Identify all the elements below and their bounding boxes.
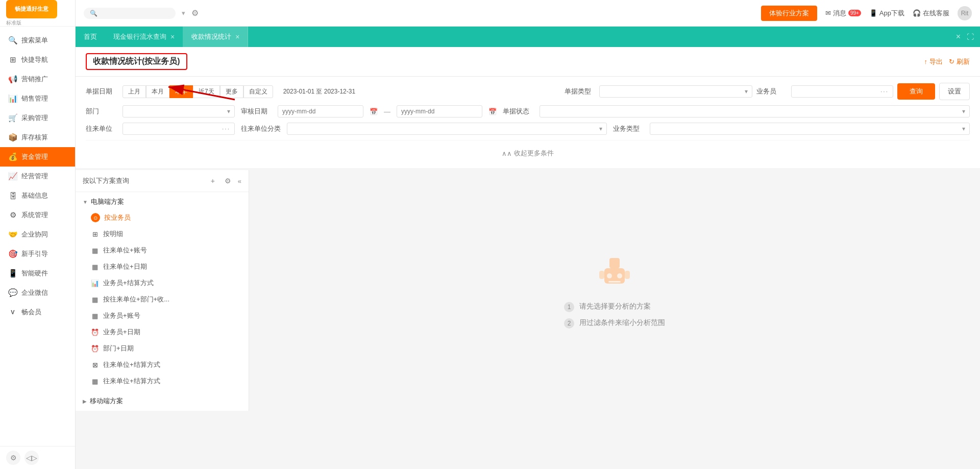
staff-date-icon: ⏰ xyxy=(91,328,99,336)
member-icon: V xyxy=(8,308,17,317)
window-close-btn[interactable]: × xyxy=(956,32,961,41)
scheme-item-staff-date[interactable]: ⏰ 业务员+日期 xyxy=(76,324,249,340)
biz-type-select[interactable]: ▾ xyxy=(650,123,970,135)
topbar-settings-icon[interactable]: ⚙ xyxy=(191,8,199,18)
dept-chevron: ▾ xyxy=(227,108,230,115)
sidebar-item-wechat[interactable]: 💬 企业微信 xyxy=(0,283,75,302)
type-select[interactable]: ▾ xyxy=(599,85,752,98)
date-tab-custom[interactable]: 自定义 xyxy=(243,85,273,98)
dept-select[interactable]: ▾ xyxy=(122,105,235,118)
sidebar-item-label: 营销推广 xyxy=(21,75,48,84)
review-date-label: 审核日期 xyxy=(241,107,272,116)
tab-home[interactable]: 首页 xyxy=(76,27,105,47)
sidebar-item-marketing[interactable]: 📢 营销推广 xyxy=(0,69,75,89)
sidebar-item-quick-nav[interactable]: ⊞ 快捷导航 xyxy=(0,50,75,69)
sidebar-item-purchase[interactable]: 🛒 采购管理 xyxy=(0,108,75,128)
partner-dots[interactable]: ··· xyxy=(222,125,230,132)
wechat-icon: 💬 xyxy=(8,288,17,297)
date-tab-this-year[interactable]: 本年 xyxy=(169,85,193,98)
sidebar-item-label: 经营管理 xyxy=(21,172,48,181)
staff-settlement-icon: 📊 xyxy=(91,279,99,287)
review-date-start[interactable] xyxy=(278,105,363,118)
partner-select[interactable]: ··· xyxy=(122,123,235,135)
sidebar: 畅捷通好生意 标准版 🔍 搜索菜单 ⊞ 快捷导航 📢 营销推广 📊 销售管理 🛒… xyxy=(0,0,76,469)
sidebar-item-sales[interactable]: 📊 销售管理 xyxy=(0,89,75,108)
scheme-item-label: 往来单位+账号 xyxy=(103,246,147,255)
scheme-item-partner-settlement1[interactable]: ⊠ 往来单位+结算方式 xyxy=(76,357,249,373)
page-title: 收款情况统计(按业务员) xyxy=(93,56,180,67)
partner-category-select[interactable]: ▾ xyxy=(287,123,607,135)
tab-window-controls: × ⛶ xyxy=(950,27,980,47)
scheme-panel-header: 按以下方案查询 + ⚙ « xyxy=(76,170,249,192)
sidebar-item-system[interactable]: ⚙ 系统管理 xyxy=(0,205,75,225)
logo-area: 畅捷通好生意 标准版 xyxy=(0,0,75,27)
tabbar: 首页 现金银行流水查询 × 收款情况统计 × × ⛶ xyxy=(76,27,980,47)
sidebar-item-finance[interactable]: 💰 资金管理 xyxy=(0,147,75,167)
refresh-btn[interactable]: ↻ 刷新 xyxy=(949,57,970,66)
settings-bottom-btn[interactable]: ⚙ xyxy=(6,451,20,465)
collapse-sidebar-btn[interactable]: ◁▷ xyxy=(24,451,39,465)
topbar-dropdown-arrow[interactable]: ▾ xyxy=(182,9,185,17)
sidebar-item-label: 资金管理 xyxy=(21,152,48,161)
finance-icon: 💰 xyxy=(8,152,17,161)
scheme-item-partner-account[interactable]: ▦ 往来单位+账号 xyxy=(76,242,249,259)
type-chevron: ▾ xyxy=(745,88,748,95)
scheme-item-partner-dept[interactable]: ▦ 按往来单位+部门+收... xyxy=(76,291,249,308)
calendar-start-icon[interactable]: 📅 xyxy=(370,108,378,115)
user-avatar[interactable]: Rit xyxy=(958,6,972,20)
scheme-item-by-staff[interactable]: ⊙ 按业务员 xyxy=(76,209,249,226)
tab-bank-flow[interactable]: 现金银行流水查询 × xyxy=(105,27,183,47)
sidebar-item-guide[interactable]: 🎯 新手引导 xyxy=(0,244,75,264)
partner-settlement1-icon: ⊠ xyxy=(91,361,99,369)
export-btn[interactable]: ↑ 导出 xyxy=(924,57,943,66)
scheme-desktop-group-header[interactable]: ▼ 电脑端方案 xyxy=(76,194,249,209)
scheme-item-by-detail[interactable]: ⊞ 按明细 xyxy=(76,226,249,242)
sidebar-item-label: 新手引导 xyxy=(21,249,48,259)
scheme-settings-btn[interactable]: ⚙ xyxy=(223,175,234,186)
scheme-mobile-group-header[interactable]: ▶ 移动端方案 xyxy=(76,393,249,409)
doc-status-select[interactable]: ▾ xyxy=(540,105,970,118)
message-btn[interactable]: ✉ 消息 99+ xyxy=(825,9,861,18)
staff-dots[interactable]: ··· xyxy=(880,88,889,95)
scheme-item-staff-settlement[interactable]: 📊 业务员+结算方式 xyxy=(76,275,249,291)
tab-bank-flow-close[interactable]: × xyxy=(170,33,175,41)
staff-select[interactable]: ··· xyxy=(791,85,893,98)
sidebar-item-member[interactable]: V 畅会员 xyxy=(0,302,75,322)
date-tab-more[interactable]: 更多 xyxy=(220,85,243,98)
review-date-end[interactable] xyxy=(397,105,482,118)
window-max-btn[interactable]: ⛶ xyxy=(967,33,974,41)
scheme-item-staff-account[interactable]: ▦ 业务员+账号 xyxy=(76,308,249,324)
tab-receipt-stats-close[interactable]: × xyxy=(235,33,239,41)
sidebar-item-inventory[interactable]: 📦 库存核算 xyxy=(0,128,75,147)
query-btn[interactable]: 查询 xyxy=(897,83,935,100)
calendar-end-icon[interactable]: 📅 xyxy=(488,108,497,115)
message-badge: 99+ xyxy=(848,10,861,16)
svg-rect-6 xyxy=(599,271,604,279)
topbar: 🔍 ▾ ⚙ 体验行业方案 ✉ 消息 99+ 📱 App下载 🎧 在线客服 Rit xyxy=(76,0,980,27)
date-tab-this-month[interactable]: 本月 xyxy=(146,85,169,98)
settings-btn[interactable]: 设置 xyxy=(939,83,970,100)
sidebar-item-search[interactable]: 🔍 搜索菜单 xyxy=(0,31,75,50)
scheme-item-partner-settlement2[interactable]: ▦ 往来单位+结算方式 xyxy=(76,373,249,389)
topbar-search-area[interactable]: 🔍 xyxy=(84,8,176,19)
doc-status-label: 单据状态 xyxy=(503,107,533,116)
tab-receipt-stats[interactable]: 收款情况统计 × xyxy=(183,27,248,47)
scheme-add-btn[interactable]: + xyxy=(207,175,218,186)
scheme-item-dept-date[interactable]: ⏰ 部门+日期 xyxy=(76,340,249,357)
sidebar-item-operations[interactable]: 📈 经营管理 xyxy=(0,167,75,186)
scheme-collapse-btn[interactable]: « xyxy=(238,177,241,185)
collapse-more-btn[interactable]: ∧∧ 收起更多条件 xyxy=(498,145,558,162)
app-download-btn[interactable]: 📱 App下载 xyxy=(869,9,904,18)
date-tab-7days[interactable]: 近7天 xyxy=(193,85,220,98)
empty-tips: 1 请先选择要分析的方案 2 用过滤条件来缩小分析范围 xyxy=(564,302,665,329)
scheme-desktop-group: ▼ 电脑端方案 ⊙ 按业务员 ⊞ 按明细 ▦ 往来单位+账号 xyxy=(76,192,249,391)
filter-panel: 单据日期 上月 本月 本年 近7天 更多 xyxy=(76,77,980,168)
date-tab-last-month[interactable]: 上月 xyxy=(122,85,146,98)
online-service-btn[interactable]: 🎧 在线客服 xyxy=(913,9,949,18)
sidebar-item-base-info[interactable]: 🗄 基础信息 xyxy=(0,186,75,205)
sidebar-item-smart-hw[interactable]: 📱 智能硬件 xyxy=(0,264,75,283)
sidebar-item-enterprise[interactable]: 🤝 企业协同 xyxy=(0,225,75,244)
scheme-panel: 按以下方案查询 + ⚙ « ▼ 电脑端方案 ⊙ 按业务员 xyxy=(76,170,249,411)
scheme-item-partner-date[interactable]: ▦ 往来单位+日期 xyxy=(76,259,249,275)
trial-btn[interactable]: 体验行业方案 xyxy=(761,6,817,21)
